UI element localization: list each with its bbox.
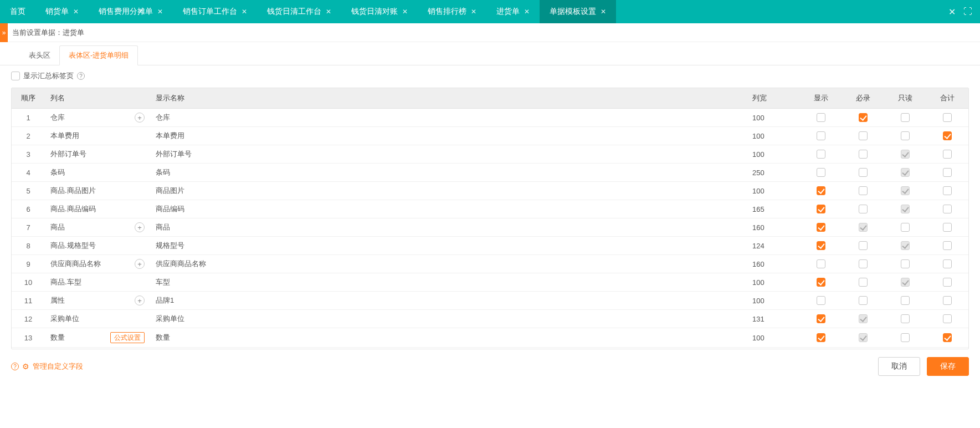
total-checkbox[interactable] xyxy=(943,150,952,159)
show-checkbox[interactable] xyxy=(817,241,825,250)
top-tab-0[interactable]: 首页 xyxy=(0,0,35,23)
cell-display[interactable]: 商品图片 xyxy=(150,182,747,200)
cancel-button[interactable]: 取消 xyxy=(878,357,920,376)
top-tab-3[interactable]: 销售订单工作台✕ xyxy=(173,0,257,23)
show-summary-checkbox[interactable] xyxy=(11,72,20,80)
required-checkbox[interactable] xyxy=(859,278,868,287)
manage-custom-fields-link[interactable]: 管理自定义字段 xyxy=(33,361,83,371)
close-icon[interactable]: ✕ xyxy=(157,8,163,16)
table-row[interactable]: 9供应商商品名称+供应商商品名称160 xyxy=(12,255,968,273)
cell-width[interactable]: 124 xyxy=(747,237,800,255)
required-checkbox[interactable] xyxy=(859,168,868,177)
show-checkbox[interactable] xyxy=(817,314,825,323)
total-checkbox[interactable] xyxy=(943,131,952,140)
top-tab-7[interactable]: 进货单✕ xyxy=(486,0,540,23)
table-row[interactable]: 10商品.车型车型100 xyxy=(12,273,968,292)
cell-display[interactable]: 规格型号 xyxy=(150,237,747,255)
required-checkbox[interactable] xyxy=(859,150,868,159)
total-checkbox[interactable] xyxy=(943,186,952,195)
table-row[interactable]: 2本单费用本单费用100 xyxy=(12,127,968,145)
cell-width[interactable]: 100 xyxy=(747,348,800,349)
cell-display[interactable]: 仓库 xyxy=(150,109,747,127)
total-checkbox[interactable] xyxy=(943,241,952,250)
readonly-checkbox[interactable] xyxy=(901,259,910,268)
required-checkbox[interactable] xyxy=(859,113,868,122)
show-checkbox[interactable] xyxy=(817,278,825,287)
cell-width[interactable]: 131 xyxy=(747,310,800,328)
table-row[interactable]: 4条码条码250 xyxy=(12,164,968,182)
add-icon[interactable]: + xyxy=(135,295,145,305)
cell-display[interactable]: 车型 xyxy=(150,273,747,292)
readonly-checkbox[interactable] xyxy=(901,296,910,305)
close-all-icon[interactable]: ✕ xyxy=(948,7,956,17)
cell-width[interactable]: 100 xyxy=(747,109,800,127)
show-checkbox[interactable] xyxy=(817,113,825,122)
required-checkbox[interactable] xyxy=(859,131,868,140)
total-checkbox[interactable] xyxy=(943,333,952,342)
close-icon[interactable]: ✕ xyxy=(242,8,247,16)
table-row[interactable]: 14包装数量包装数量100 xyxy=(12,348,968,349)
cell-width[interactable]: 160 xyxy=(747,255,800,273)
show-checkbox[interactable] xyxy=(817,205,825,213)
top-tab-4[interactable]: 钱货日清工作台✕ xyxy=(257,0,341,23)
required-checkbox[interactable] xyxy=(859,205,868,213)
show-checkbox[interactable] xyxy=(817,168,825,177)
cell-display[interactable]: 采购单位 xyxy=(150,310,747,328)
required-checkbox[interactable] xyxy=(859,186,868,195)
show-checkbox[interactable] xyxy=(817,150,825,159)
top-tab-8[interactable]: 单据模板设置✕ xyxy=(540,0,616,23)
close-icon[interactable]: ✕ xyxy=(524,8,530,16)
cell-display[interactable]: 包装数量 xyxy=(150,348,747,349)
show-checkbox[interactable] xyxy=(817,296,825,305)
close-icon[interactable]: ✕ xyxy=(402,8,408,16)
formula-button[interactable]: 公式设置 xyxy=(110,332,145,343)
close-icon[interactable]: ✕ xyxy=(73,8,79,16)
cell-width[interactable]: 250 xyxy=(747,164,800,182)
columns-table-scroll[interactable]: 顺序 列名 显示名称 列宽 显示 必录 只读 合计 1仓库+仓库1002本单费用… xyxy=(12,88,968,349)
table-row[interactable]: 5商品.商品图片商品图片100 xyxy=(12,182,968,200)
show-checkbox[interactable] xyxy=(817,259,825,268)
table-row[interactable]: 12采购单位采购单位131 xyxy=(12,310,968,328)
cell-width[interactable]: 160 xyxy=(747,218,800,237)
show-checkbox[interactable] xyxy=(817,131,825,140)
cell-display[interactable]: 品牌1 xyxy=(150,292,747,310)
readonly-checkbox[interactable] xyxy=(901,223,910,232)
readonly-checkbox[interactable] xyxy=(901,131,910,140)
total-checkbox[interactable] xyxy=(943,168,952,177)
total-checkbox[interactable] xyxy=(943,205,952,213)
fullscreen-icon[interactable]: ⛶ xyxy=(963,7,972,17)
table-row[interactable]: 1仓库+仓库100 xyxy=(12,109,968,127)
add-icon[interactable]: + xyxy=(135,222,145,232)
total-checkbox[interactable] xyxy=(943,296,952,305)
cell-display[interactable]: 本单费用 xyxy=(150,127,747,145)
show-checkbox[interactable] xyxy=(817,333,825,342)
help-icon[interactable]: ? xyxy=(77,72,85,80)
cell-display[interactable]: 外部订单号 xyxy=(150,145,747,164)
cell-width[interactable]: 165 xyxy=(747,200,800,218)
table-row[interactable]: 8商品.规格型号规格型号124 xyxy=(12,237,968,255)
top-tab-6[interactable]: 销售排行榜✕ xyxy=(418,0,486,23)
top-tab-1[interactable]: 销货单✕ xyxy=(35,0,89,23)
table-row[interactable]: 11属性+品牌1100 xyxy=(12,292,968,310)
total-checkbox[interactable] xyxy=(943,278,952,287)
cell-width[interactable]: 100 xyxy=(747,273,800,292)
readonly-checkbox[interactable] xyxy=(901,314,910,323)
total-checkbox[interactable] xyxy=(943,113,952,122)
cell-display[interactable]: 商品 xyxy=(150,218,747,237)
cell-display[interactable]: 数量 xyxy=(150,328,747,348)
required-checkbox[interactable] xyxy=(859,241,868,250)
cell-width[interactable]: 100 xyxy=(747,145,800,164)
cell-width[interactable]: 100 xyxy=(747,127,800,145)
table-row[interactable]: 3外部订单号外部订单号100 xyxy=(12,145,968,164)
cell-display[interactable]: 供应商商品名称 xyxy=(150,255,747,273)
save-button[interactable]: 保存 xyxy=(927,357,969,376)
inner-tab-0[interactable]: 表头区 xyxy=(20,46,59,65)
readonly-checkbox[interactable] xyxy=(901,113,910,122)
add-icon[interactable]: + xyxy=(135,259,145,269)
top-tab-2[interactable]: 销售费用分摊单✕ xyxy=(89,0,173,23)
total-checkbox[interactable] xyxy=(943,259,952,268)
required-checkbox[interactable] xyxy=(859,259,868,268)
table-row[interactable]: 7商品+商品160 xyxy=(12,218,968,237)
readonly-checkbox[interactable] xyxy=(901,333,910,342)
total-checkbox[interactable] xyxy=(943,314,952,323)
